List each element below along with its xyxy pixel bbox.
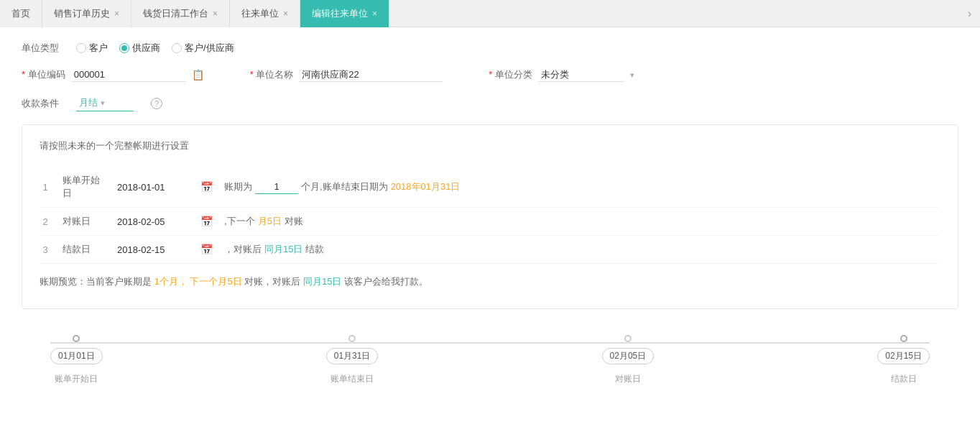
node-dot-0 [73, 335, 80, 342]
unit-code-input[interactable] [71, 68, 186, 82]
preview-p5: 该客户会给我打款。 [344, 276, 428, 287]
node-badge-1: 01月31日 [326, 348, 379, 364]
payment-condition-label: 收款条件 [22, 97, 59, 110]
row-1-num: 1 [40, 182, 51, 193]
node-label-0: 账单开始日 [55, 373, 98, 385]
radio-group-unit-type: 客户 供应商 客户/供应商 [76, 42, 234, 55]
main-content: 单位类型 客户 供应商 客户/供应商 单位编码 📋 单位名称 [0, 27, 980, 437]
unit-type-label: 单位类型 [22, 42, 59, 55]
payment-condition-value: 月结 [79, 96, 98, 109]
tab-home[interactable]: 首页 [0, 0, 42, 27]
preview-p1: 1个月， [154, 276, 188, 287]
row-3-type: 结款日 [63, 243, 106, 256]
row-2-suffix: 对账 [285, 215, 303, 228]
row-3-date: 2018-02-15 [117, 244, 189, 255]
timeline-node-0: 01月01日 账单开始日 [50, 335, 103, 385]
row-1-date: 2018-01-01 [117, 182, 189, 193]
preview-prefix: 账期预览：当前客户账期是 [40, 276, 152, 287]
row-3-calendar[interactable]: 📅 [200, 244, 213, 255]
radio-customer[interactable]: 客户 [76, 42, 108, 55]
row-1-calendar[interactable]: 📅 [200, 181, 213, 193]
row-2-highlight: 月5日 [258, 215, 282, 228]
payment-condition-help[interactable]: ? [151, 98, 162, 109]
unit-code-icon[interactable]: 📋 [192, 69, 204, 80]
row-1-end-date: 2018年01月31日 [391, 180, 461, 193]
timeline-node-1: 01月31日 账单结束日 [326, 335, 379, 385]
timeline-nodes: 01月01日 账单开始日 01月31日 账单结束日 02月05日 对账日 02月… [50, 335, 930, 385]
tab-partner[interactable]: 往来单位 × [230, 0, 300, 27]
node-badge-0: 01月01日 [50, 348, 103, 364]
setting-row-2: 2 对账日 2018-02-05 📅 ,下一个 月5日 对账 [40, 208, 940, 236]
tab-cash-work-label: 钱货日清工作台 [143, 7, 208, 20]
radio-customer-circle [76, 43, 86, 53]
setting-row-1: 1 账单开始日 2018-01-01 📅 账期为 个月,账单结束日期为 2018… [40, 167, 940, 208]
unit-name-field: 单位名称 [250, 68, 443, 82]
tab-cash-work[interactable]: 钱货日清工作台 × [131, 0, 230, 27]
node-label-1: 账单结束日 [330, 373, 374, 385]
timeline-node-2: 02月05日 对账日 [602, 335, 655, 385]
row-3-desc: ，对账后 同月15日 结款 [224, 243, 324, 256]
row-2-date: 2018-02-05 [117, 216, 189, 227]
unit-category-label: 单位分类 [489, 68, 532, 81]
tab-more-button[interactable]: › [959, 7, 980, 20]
radio-supplier-label: 供应商 [132, 42, 160, 55]
tab-sales-history-label: 销售订单历史 [54, 7, 110, 20]
node-badge-2: 02月05日 [602, 348, 655, 364]
radio-supplier-circle [119, 43, 129, 53]
radio-customer-label: 客户 [89, 42, 108, 55]
node-dot-2 [624, 335, 632, 342]
payment-condition-select[interactable]: 月结 ▾ [76, 95, 134, 111]
row-2-num: 2 [40, 216, 51, 227]
row-2-desc: ,下一个 月5日 对账 [224, 215, 303, 228]
radio-supplier[interactable]: 供应商 [119, 42, 160, 55]
node-badge-3: 02月15日 [877, 348, 930, 364]
timeline-node-3: 02月15日 结款日 [877, 335, 930, 385]
node-label-2: 对账日 [615, 373, 641, 385]
tab-sales-history[interactable]: 销售订单历史 × [42, 0, 131, 27]
tab-partner-close[interactable]: × [283, 9, 288, 19]
row-3-highlight: 同月15日 [264, 243, 302, 256]
unit-name-label: 单位名称 [250, 68, 294, 81]
unit-code-label: 单位编码 [22, 68, 65, 81]
row-2-type: 对账日 [63, 215, 106, 228]
unit-category-field: 单位分类 ▾ [489, 68, 634, 82]
settings-panel: 请按照未来的一个完整帐期进行设置 1 账单开始日 2018-01-01 📅 账期… [22, 124, 958, 309]
tab-bar: 首页 销售订单历史 × 钱货日清工作台 × 往来单位 × 编辑往来单位 × › [0, 0, 980, 27]
preview-p2: 下一个月5日 [190, 276, 241, 287]
row-1-suffix: 个月,账单结束日期为 [301, 180, 388, 193]
setting-row-3: 3 结款日 2018-02-15 📅 ，对账后 同月15日 结款 [40, 236, 940, 264]
node-dot-1 [348, 335, 356, 342]
unit-category-input[interactable] [538, 68, 624, 82]
radio-both-circle [172, 43, 182, 53]
payment-condition-chevron: ▾ [101, 98, 105, 108]
tab-sales-history-close[interactable]: × [114, 9, 119, 19]
timeline: 01月01日 账单开始日 01月31日 账单结束日 02月05日 对账日 02月… [22, 321, 958, 407]
period-input[interactable] [255, 180, 298, 194]
payment-condition-row: 收款条件 月结 ▾ ? [22, 95, 958, 111]
row-1-desc: 账期为 个月,账单结束日期为 2018年01月31日 [224, 180, 460, 194]
code-name-row: 单位编码 📋 单位名称 单位分类 ▾ [22, 68, 958, 82]
row-1-prefix: 账期为 [224, 180, 252, 193]
radio-both[interactable]: 客户/供应商 [172, 42, 234, 55]
row-3-num: 3 [40, 244, 51, 255]
panel-title: 请按照未来的一个完整帐期进行设置 [40, 139, 940, 152]
radio-both-label: 客户/供应商 [185, 42, 234, 55]
tab-edit-partner[interactable]: 编辑往来单位 × [300, 0, 389, 27]
row-3-suffix: 结款 [305, 243, 324, 256]
tab-cash-work-close[interactable]: × [213, 9, 218, 19]
unit-type-row: 单位类型 客户 供应商 客户/供应商 [22, 42, 958, 55]
tab-edit-partner-label: 编辑往来单位 [312, 7, 368, 20]
row-3-prefix: ，对账后 [224, 243, 262, 256]
tab-home-label: 首页 [11, 7, 30, 20]
node-dot-3 [900, 335, 907, 342]
row-2-comma: ,下一个 [224, 215, 255, 228]
tab-edit-partner-close[interactable]: × [372, 9, 377, 19]
row-2-calendar[interactable]: 📅 [200, 216, 213, 227]
preview-bar: 账期预览：当前客户账期是 1个月， 下一个月5日 对账，对账后 同月15日 该客… [40, 264, 940, 294]
preview-p3: 对账，对账后 [244, 276, 300, 287]
unit-name-input[interactable] [299, 68, 443, 82]
unit-category-chevron[interactable]: ▾ [630, 70, 634, 80]
preview-p4: 同月15日 [303, 276, 341, 287]
unit-code-field: 单位编码 📋 [22, 68, 204, 82]
node-label-3: 结款日 [891, 373, 917, 385]
